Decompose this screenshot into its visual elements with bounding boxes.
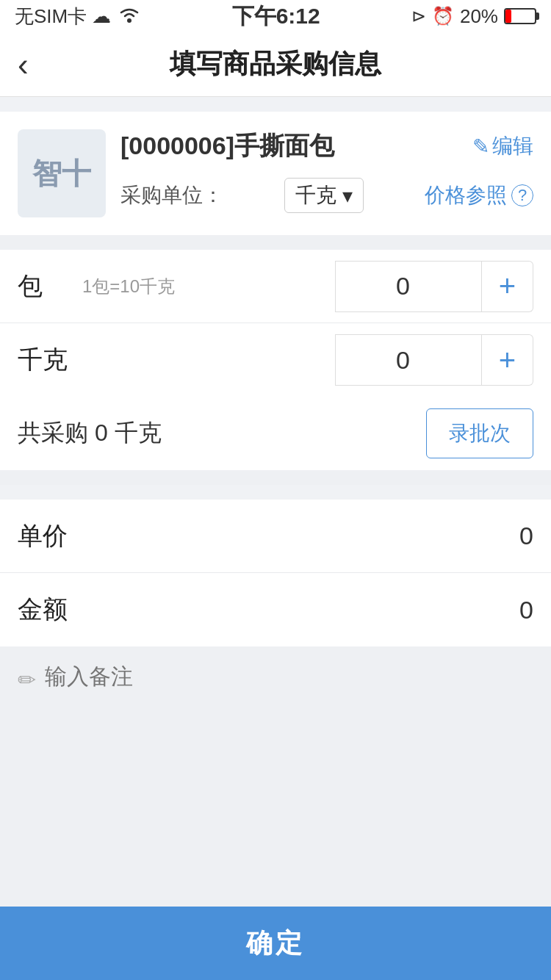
unit-select[interactable]: 千克 ▾ — [284, 178, 364, 213]
section-divider-1 — [0, 235, 551, 250]
chevron-down-icon: ▾ — [342, 184, 353, 208]
bag-label: 包 — [18, 270, 76, 303]
unit-price-label: 单价 — [18, 519, 91, 553]
summary-row: 共采购 0 千克 录批次 — [0, 397, 551, 470]
bag-qty-input[interactable] — [335, 261, 482, 312]
unit-label: 采购单位： — [120, 181, 223, 209]
location-icon: ⊳ — [411, 6, 426, 26]
unit-price-row: 单价 0 — [0, 500, 551, 573]
unit-value: 千克 — [295, 181, 336, 209]
section-divider-2 — [0, 470, 551, 485]
amount-row: 金额 0 — [0, 573, 551, 646]
nav-bar: ‹ 填写商品采购信息 — [0, 32, 551, 97]
status-bar: 无SIM卡 ☁ 下午6:12 ⊳ ⏰ 20% — [0, 0, 551, 32]
product-full-name: [0000006]手撕面包 — [120, 129, 334, 163]
bag-row: 包 1包=10千克 + — [0, 250, 551, 323]
remarks-section: ✏ — [0, 646, 551, 720]
battery-percent: 20% — [460, 5, 498, 28]
amount-label: 金额 — [18, 593, 91, 627]
page-title: 填写商品采购信息 — [170, 46, 381, 82]
remarks-input[interactable] — [45, 664, 533, 689]
edit-button[interactable]: ✎ 编辑 — [472, 132, 533, 160]
status-left: 无SIM卡 ☁ — [15, 4, 140, 29]
product-logo: 智十 — [32, 154, 91, 194]
kg-row: 千克 + — [0, 323, 551, 397]
product-name-row: [0000006]手撕面包 ✎ 编辑 — [120, 129, 533, 163]
status-right: ⊳ ⏰ 20% — [411, 5, 536, 28]
alarm-icon: ⏰ — [432, 6, 454, 26]
unit-price-value: 0 — [91, 522, 533, 550]
price-ref-label: 价格参照 — [425, 181, 507, 209]
info-section: 单价 0 金额 0 — [0, 500, 551, 646]
bag-input-wrap: + — [335, 261, 533, 312]
amount-value: 0 — [91, 596, 533, 624]
unit-row: 采购单位： 千克 ▾ 价格参照 ? — [120, 178, 533, 213]
wifi-icon — [118, 5, 140, 28]
confirm-button[interactable]: 确定 — [0, 907, 551, 980]
product-image: 智十 — [18, 129, 106, 217]
product-card: 智十 [0000006]手撕面包 ✎ 编辑 采购单位： 千克 ▾ 价格参照 ? — [0, 112, 551, 235]
quantity-section: 包 1包=10千克 + 千克 + — [0, 250, 551, 397]
pencil-icon: ✏ — [18, 667, 36, 693]
edit-icon: ✎ — [472, 134, 489, 159]
summary-text: 共采购 0 千克 — [18, 417, 162, 450]
bag-plus-button[interactable]: + — [482, 261, 533, 312]
product-info: [0000006]手撕面包 ✎ 编辑 采购单位： 千克 ▾ 价格参照 ? — [120, 129, 533, 213]
kg-label: 千克 — [18, 343, 76, 377]
price-ref-button[interactable]: 价格参照 ? — [425, 181, 533, 209]
status-time: 下午6:12 — [232, 1, 320, 32]
sim-label: 无SIM卡 ☁ — [15, 4, 111, 29]
info-icon: ? — [511, 184, 533, 206]
svg-point-0 — [127, 18, 132, 23]
bag-sub-label: 1包=10千克 — [82, 275, 175, 298]
edit-label: 编辑 — [492, 132, 533, 160]
kg-input-wrap: + — [335, 334, 533, 386]
main-spacer — [0, 720, 551, 911]
back-button[interactable]: ‹ — [18, 48, 29, 81]
kg-plus-button[interactable]: + — [482, 334, 533, 386]
batch-button[interactable]: 录批次 — [426, 408, 533, 458]
kg-qty-input[interactable] — [335, 334, 482, 386]
battery-icon — [504, 8, 536, 24]
